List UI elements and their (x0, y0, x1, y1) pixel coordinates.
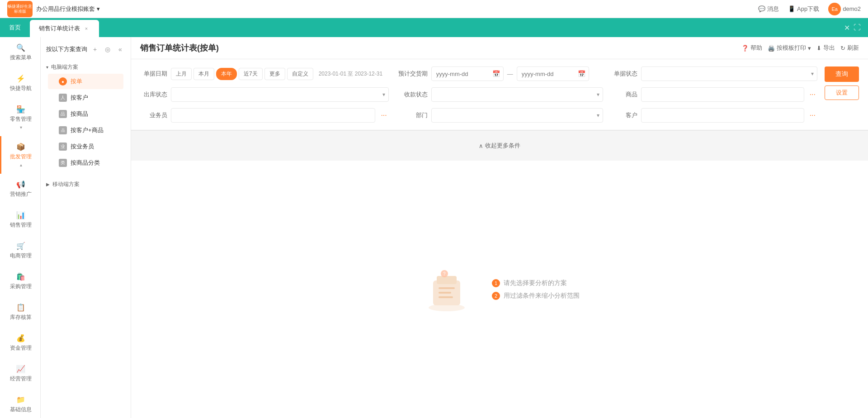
empty-state-content: ? 1 请先选择要分析的方案 2 用过滤条件来缩小分析范围 (420, 262, 580, 317)
scheme-item-by-product[interactable]: 品 按商品 (48, 106, 123, 122)
message-btn[interactable]: 💬 消息 (758, 5, 779, 13)
user-profile[interactable]: Ea demo2 (828, 3, 861, 15)
scheme-panel: 按以下方案查询 + ◎ « ▾ 电脑端方案 ● 按单 (41, 37, 131, 418)
scheme-collapse-btn[interactable]: « (115, 44, 125, 54)
scheme-item-by-customer-product[interactable]: 品 按客户+商品 (48, 123, 123, 138)
sidebar-label-marketing: 营销推广 (10, 190, 32, 198)
search-icon: 🔍 (16, 43, 25, 52)
tip-1-text: 请先选择要分析的方案 (504, 279, 567, 287)
salesperson-dots[interactable]: ··· (379, 111, 388, 119)
help-icon: ❓ (741, 45, 749, 52)
collapse-icon: ∧ (479, 142, 483, 149)
selector-arrow: ▾ (97, 5, 100, 12)
sidebar-label-basic: 基础信息 (10, 406, 32, 413)
product-input[interactable] (641, 87, 804, 102)
by-category-label: 按商品分类 (71, 159, 100, 167)
query-button[interactable]: 查询 (825, 66, 859, 82)
export-label: 导出 (823, 44, 835, 52)
date-range-text: 2023-01-01 至 2023-12-31 (319, 70, 382, 78)
sidebar-item-marketing[interactable]: 📢 营销推广 (0, 174, 40, 204)
department-select[interactable] (431, 108, 603, 123)
sidebar-item-retail[interactable]: 🏪 零售管理 ▾ (0, 99, 40, 136)
payment-status-select[interactable] (431, 87, 603, 102)
bill-status-select-wrapper: ▾ (641, 66, 817, 81)
empty-tip-1: 1 请先选择要分析的方案 (492, 279, 580, 287)
sidebar-item-search[interactable]: 🔍 搜索菜单 (0, 37, 40, 68)
sidebar-item-finance[interactable]: 💰 资金管理 (0, 328, 40, 358)
user-name: demo2 (843, 5, 861, 12)
salesperson-input[interactable] (171, 108, 375, 123)
sidebar-item-basic[interactable]: 📁 基础信息 (0, 389, 40, 418)
scheme-category-header-pc[interactable]: ▾ 电脑端方案 (46, 62, 125, 73)
settings-button[interactable]: 设置 (825, 86, 859, 100)
scheme-add-btn[interactable]: + (90, 44, 100, 54)
sidebar-item-ecommerce[interactable]: 🛒 电商管理 (0, 235, 40, 266)
scheme-category-header-mobile[interactable]: ▶ 移动端方案 (46, 179, 125, 190)
sidebar-label-operations: 经营管理 (10, 375, 32, 383)
sidebar-item-inventory[interactable]: 📋 库存核算 (0, 297, 40, 328)
filter-area: 单据日期 上月 本月 本年 近7天 更多 自定义 2023-01-01 至 20… (131, 59, 868, 130)
date-btn-custom[interactable]: 自定义 (287, 68, 313, 80)
date-btn-more[interactable]: 更多 (264, 68, 285, 80)
filter-cell-ship-status: 出库状态 ▾ (140, 87, 389, 102)
svg-rect-3 (439, 287, 455, 289)
by-salesperson-label: 按业务员 (71, 142, 94, 151)
sidebar-item-purchase[interactable]: 🛍️ 采购管理 (0, 266, 40, 297)
scheme-item-by-customer[interactable]: 人 按客户 (48, 90, 123, 105)
by-category-icon: 类 (59, 159, 67, 167)
help-label: 帮助 (750, 44, 762, 52)
date-btn-7days[interactable]: 近7天 (239, 68, 263, 80)
customer-dots[interactable]: ··· (808, 111, 817, 119)
scheme-item-by-category[interactable]: 类 按商品分类 (48, 155, 123, 171)
tab-home[interactable]: 首页 (0, 18, 30, 37)
product-dots[interactable]: ··· (808, 90, 817, 99)
sidebar-label-inventory: 库存核算 (10, 314, 32, 321)
filter-cell-department: 部门 ▾ (396, 108, 603, 123)
sidebar-item-wholesale[interactable]: 📦 批发管理 ▴ (0, 136, 40, 174)
collapse-label: 收起更多条件 (485, 142, 520, 150)
salesperson-label: 业务员 (140, 111, 167, 119)
tab-bar: 首页 销售订单统计表 × ✕ ⛶ (0, 18, 868, 37)
tip-2-text: 用过滤条件来缩小分析范围 (504, 292, 580, 300)
date-btn-this-year[interactable]: 本年 (216, 68, 237, 80)
export-btn[interactable]: ⬇ 导出 (816, 44, 835, 52)
date-btn-this-month[interactable]: 本月 (193, 68, 214, 80)
mobile-category-label: 移动端方案 (52, 180, 80, 188)
refresh-btn[interactable]: ↻ 刷新 (840, 44, 859, 52)
filter-cell-payment-status: 收款状态 ▾ (396, 87, 603, 102)
app-selector[interactable]: 办公用品行业模拟账套 ▾ (36, 5, 100, 13)
help-btn[interactable]: ❓ 帮助 (741, 44, 762, 52)
payment-status-label: 收款状态 (396, 90, 428, 99)
print-btn[interactable]: 🖨️ 按模板打印 ▾ (768, 44, 811, 52)
pc-category-label: 电脑端方案 (51, 63, 78, 71)
tip-2-num: 2 (492, 292, 500, 300)
tab-sales-order-stats[interactable]: 销售订单统计表 × (30, 20, 99, 37)
scheme-item-by-order[interactable]: ● 按单 (48, 74, 123, 89)
close-window-icon[interactable]: ✕ (844, 24, 850, 32)
sidebar-label-wholesale: 批发管理 (10, 153, 32, 161)
ship-status-select[interactable] (171, 87, 389, 102)
svg-rect-5 (439, 296, 453, 298)
filter-row-3: 业务员 ··· 部门 ▾ (140, 108, 817, 123)
sidebar-item-operations[interactable]: 📈 经营管理 (0, 358, 40, 389)
tab-close-btn[interactable]: × (83, 25, 90, 32)
wholesale-arrow: ▴ (20, 162, 22, 167)
sidebar-item-sales[interactable]: 📊 销售管理 (0, 204, 40, 235)
retail-icon: 🏪 (16, 105, 25, 114)
sidebar-label-quick-nav: 快捷导航 (10, 85, 32, 92)
empty-state: ? 1 请先选择要分析的方案 2 用过滤条件来缩小分析范围 (131, 161, 868, 418)
date-btn-last-month[interactable]: 上月 (171, 68, 192, 80)
customer-input[interactable] (641, 108, 804, 123)
collapse-btn[interactable]: ∧ 收起更多条件 (472, 138, 528, 153)
scheme-item-by-salesperson[interactable]: 业 按业务员 (48, 139, 123, 154)
sidebar-label-purchase: 采购管理 (10, 283, 32, 290)
svg-text:?: ? (443, 271, 446, 276)
app-download-btn[interactable]: 📱 App下载 (788, 5, 819, 13)
by-customer-product-icon: 品 (59, 126, 67, 134)
ship-status-label: 出库状态 (140, 90, 167, 99)
maximize-icon[interactable]: ⛶ (854, 24, 861, 32)
download-icon: 📱 (788, 5, 795, 12)
sidebar-item-quick-nav[interactable]: ⚡ 快捷导航 (0, 68, 40, 99)
scheme-settings-btn[interactable]: ◎ (103, 44, 113, 54)
bill-status-select[interactable] (641, 66, 817, 81)
